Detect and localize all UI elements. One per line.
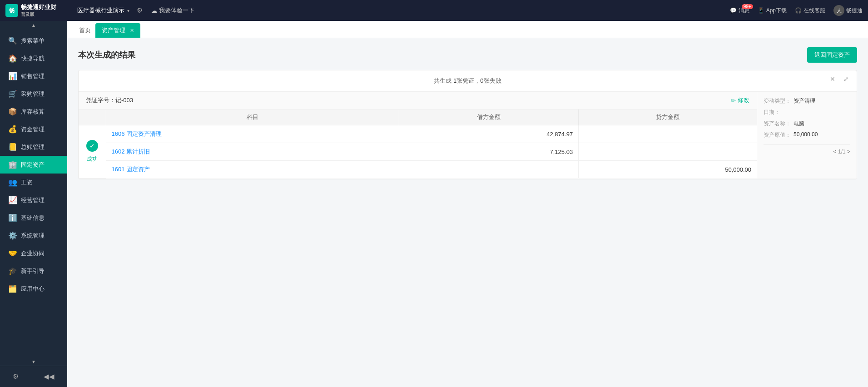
page-content: 本次生成的结果 返回固定资产 共生成 1张凭证，0张失败 凭证字号：记-003 … bbox=[67, 38, 868, 387]
home-icon: 🏠 bbox=[8, 54, 16, 63]
result-panel: 共生成 1张凭证，0张失败 凭证字号：记-003 ✏ 修改 bbox=[78, 70, 857, 179]
change-type-row: 变动类型： 资产清理 bbox=[764, 97, 850, 105]
sidebar-label-sales: 销售管理 bbox=[21, 72, 45, 80]
sidebar: ▲ 🔍 搜索菜单 🏠 快捷导航 📊 销售管理 🛒 采购管理 📦 库存核算 bbox=[0, 21, 67, 387]
sidebar-scroll-up[interactable]: ▲ bbox=[0, 21, 67, 29]
ledger-icon: 📒 bbox=[8, 143, 16, 151]
messages-badge: 99+ bbox=[742, 4, 753, 9]
logo-area: 畅 畅捷通好业财 普及版 bbox=[5, 3, 73, 18]
experience-icon: ☁ bbox=[151, 7, 157, 14]
sidebar-item-fixed-assets[interactable]: 🏢 固定资产 bbox=[0, 156, 67, 174]
guide-icon: 🎓 bbox=[8, 267, 16, 275]
sidebar-collapse-button[interactable]: ◀◀ bbox=[41, 370, 57, 383]
sidebar-scroll-down[interactable]: ▼ bbox=[0, 357, 67, 366]
voucher-header-row: 凭证字号：记-003 ✏ 修改 bbox=[79, 92, 757, 109]
system-icon: ⚙️ bbox=[8, 231, 16, 240]
sidebar-item-finance[interactable]: 💰 资金管理 bbox=[0, 120, 67, 138]
voucher-section: 凭证字号：记-003 ✏ 修改 科目 bbox=[79, 92, 857, 179]
panel-close-button[interactable]: ✕ bbox=[828, 74, 838, 84]
credit-cell-1 bbox=[579, 125, 757, 143]
table-row: ✓ 成功 1606 固定资产清理 42,874.97 bbox=[79, 125, 757, 143]
experience-button[interactable]: ☁ 我要体验一下 bbox=[151, 6, 194, 15]
date-label: 日期： bbox=[764, 109, 789, 116]
avatar: 人 bbox=[833, 5, 844, 16]
asset-name-value: 电脑 bbox=[794, 120, 804, 128]
main-layout: ▲ 🔍 搜索菜单 🏠 快捷导航 📊 销售管理 🛒 采购管理 📦 库存核算 bbox=[0, 21, 868, 387]
col-credit-header: 贷方金额 bbox=[579, 109, 757, 125]
app-download-icon: 📱 bbox=[758, 7, 764, 14]
workspace-settings-button[interactable]: ⚙ bbox=[133, 4, 146, 17]
logo-main-text: 畅捷通好业财 bbox=[21, 3, 56, 11]
top-header: 畅 畅捷通好业财 普及版 医疗器械行业演示 ▾ ⚙ ☁ 我要体验一下 💬 消息 … bbox=[0, 0, 868, 21]
user-menu-button[interactable]: 人 畅捷通 bbox=[833, 5, 863, 16]
sidebar-label-ledger: 总账管理 bbox=[21, 143, 45, 151]
sidebar-label-search: 搜索菜单 bbox=[21, 37, 45, 45]
customer-service-button[interactable]: 🎧 在线客服 bbox=[795, 7, 825, 15]
tab-home[interactable]: 首页 bbox=[74, 23, 95, 38]
sidebar-label-purchase: 采购管理 bbox=[21, 90, 45, 98]
edit-icon: ✏ bbox=[731, 97, 736, 104]
tab-asset-mgmt-label: 资产管理 bbox=[102, 26, 125, 35]
sidebar-item-ledger[interactable]: 📒 总账管理 bbox=[0, 138, 67, 156]
app-download-button[interactable]: 📱 App下载 bbox=[758, 7, 787, 15]
sidebar-label-basic-info: 基础信息 bbox=[21, 214, 45, 222]
logo-icon: 畅 bbox=[5, 4, 18, 17]
voucher-table: 科目 借方金额 贷方金额 ✓ bbox=[79, 109, 757, 179]
sidebar-item-payroll[interactable]: 👥 工资 bbox=[0, 174, 67, 191]
edit-button[interactable]: ✏ 修改 bbox=[731, 96, 749, 104]
page-next-button[interactable]: > bbox=[847, 149, 850, 155]
edit-label: 修改 bbox=[738, 96, 749, 104]
user-label: 畅捷通 bbox=[846, 7, 863, 15]
customer-service-icon: 🎧 bbox=[795, 7, 802, 14]
sidebar-item-enterprise[interactable]: 🤝 企业协同 bbox=[0, 244, 67, 262]
logo-sub-text: 普及版 bbox=[21, 11, 56, 18]
sales-icon: 📊 bbox=[8, 72, 16, 80]
operations-icon: 📈 bbox=[8, 196, 16, 204]
enterprise-icon: 🤝 bbox=[8, 249, 16, 258]
asset-name-row: 资产名称： 电脑 bbox=[764, 120, 850, 128]
sidebar-item-operations[interactable]: 📈 经营管理 bbox=[0, 191, 67, 209]
sidebar-label-quick-nav: 快捷导航 bbox=[21, 55, 45, 63]
workspace-selector[interactable]: 医疗器械行业演示 ▾ bbox=[77, 6, 129, 15]
debit-cell-1: 42,874.97 bbox=[399, 125, 579, 143]
sidebar-label-guide: 新手引导 bbox=[21, 267, 45, 275]
voucher-number: 凭证字号：记-003 bbox=[86, 96, 133, 104]
sidebar-label-operations: 经营管理 bbox=[21, 196, 45, 204]
sidebar-item-system[interactable]: ⚙️ 系统管理 bbox=[0, 227, 67, 244]
sidebar-bottom: ⚙ ◀◀ bbox=[0, 366, 67, 387]
sidebar-item-app-center[interactable]: 🗂️ 应用中心 bbox=[0, 280, 67, 298]
messages-button[interactable]: 💬 消息 99+ bbox=[730, 7, 749, 15]
sidebar-label-fixed-assets: 固定资产 bbox=[21, 161, 45, 169]
success-label: 成功 bbox=[87, 155, 98, 163]
tab-asset-mgmt[interactable]: 资产管理 ✕ bbox=[95, 23, 140, 38]
sidebar-item-sales[interactable]: 📊 销售管理 bbox=[0, 67, 67, 85]
header-right: 💬 消息 99+ 📱 App下载 🎧 在线客服 人 畅捷通 bbox=[730, 5, 863, 16]
debit-cell-2: 7,125.03 bbox=[399, 143, 579, 161]
workspace-chevron: ▾ bbox=[127, 8, 129, 13]
finance-icon: 💰 bbox=[8, 125, 16, 134]
workspace-name: 医疗器械行业演示 bbox=[77, 6, 124, 15]
sidebar-item-search[interactable]: 🔍 搜索菜单 bbox=[0, 32, 67, 50]
sidebar-item-guide[interactable]: 🎓 新手引导 bbox=[0, 262, 67, 280]
page-prev-button[interactable]: < bbox=[833, 149, 837, 155]
fixed-assets-icon: 🏢 bbox=[8, 160, 16, 169]
sidebar-label-system: 系统管理 bbox=[21, 232, 45, 240]
account-cell-3: 1601 固定资产 bbox=[106, 161, 399, 179]
asset-value-row: 资产原值： 50,000.00 bbox=[764, 131, 850, 139]
sidebar-label-inventory: 库存核算 bbox=[21, 108, 45, 116]
panel-expand-button[interactable]: ⤢ bbox=[841, 74, 851, 84]
logo-text-block: 畅捷通好业财 普及版 bbox=[21, 3, 56, 18]
back-to-fixed-assets-button[interactable]: 返回固定资产 bbox=[807, 47, 857, 63]
sidebar-item-inventory[interactable]: 📦 库存核算 bbox=[0, 103, 67, 120]
sidebar-item-basic-info[interactable]: ℹ️ 基础信息 bbox=[0, 209, 67, 227]
col-status-placeholder bbox=[79, 109, 106, 125]
payroll-icon: 👥 bbox=[8, 178, 16, 187]
sidebar-item-purchase[interactable]: 🛒 采购管理 bbox=[0, 85, 67, 103]
voucher-left: 凭证字号：记-003 ✏ 修改 科目 bbox=[79, 92, 757, 179]
app-center-icon: 🗂️ bbox=[8, 284, 16, 293]
sidebar-label-enterprise: 企业协同 bbox=[21, 249, 45, 258]
sidebar-item-quick-nav[interactable]: 🏠 快捷导航 bbox=[0, 50, 67, 67]
sidebar-settings-button[interactable]: ⚙ bbox=[10, 370, 21, 383]
page-title-row: 本次生成的结果 返回固定资产 bbox=[78, 47, 857, 63]
tab-close-icon[interactable]: ✕ bbox=[130, 28, 134, 34]
